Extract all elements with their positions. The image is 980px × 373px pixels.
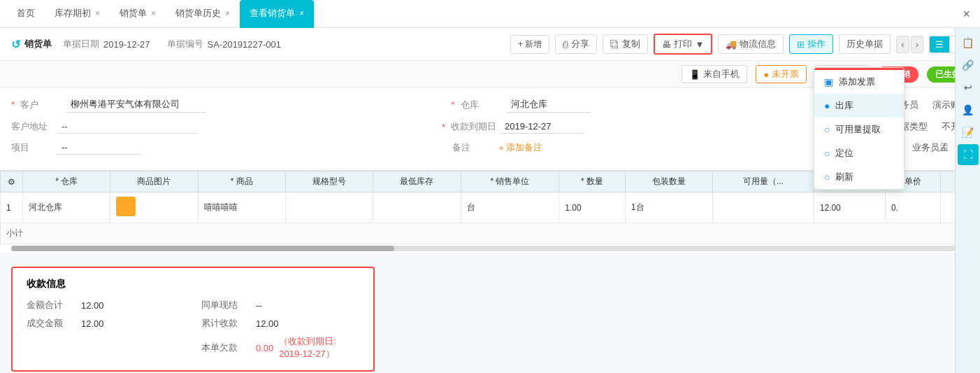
print-icon: 🖶 — [662, 39, 671, 50]
row-product: 嘻嘻嘻嘻 — [198, 192, 285, 223]
row-warehouse: 河北仓库 — [23, 192, 110, 223]
plus-icon: + — [498, 143, 504, 153]
row-stock: 12.00 — [814, 192, 885, 223]
customer-value[interactable]: 柳州粤港平安气体有限公司 — [66, 97, 206, 113]
sidebar-user-icon[interactable]: 👤 — [958, 99, 979, 120]
logistics-button[interactable]: 🚚 物流信息 — [718, 34, 784, 54]
refresh-icon: ○ — [824, 171, 830, 183]
from-phone-button[interactable]: 📱 来自手机 — [682, 65, 747, 83]
table-col-img: 商品图片 — [110, 171, 198, 192]
close-tab-view-sales[interactable]: × — [299, 8, 304, 18]
copy-icon: ⿻ — [610, 39, 619, 50]
subtotal-label: 小计 — [1, 223, 980, 244]
close-tab-history[interactable]: × — [225, 8, 230, 18]
sidebar-expand-icon[interactable]: ⛶ — [958, 144, 979, 165]
deal-amount-row: 成交金额 12.00 — [27, 317, 185, 330]
doc-actions-area: + 新增 ⎙ 分享 ⿻ 复制 🖶 打印 ▼ 🚚 物流信息 ⊞ 操作 历史单据 — [510, 34, 969, 55]
truck-icon: 🚚 — [726, 39, 737, 50]
table-row: 1 河北仓库 嘻嘻嘻嘻 台 1.00 1台 12.00 0. — [1, 192, 980, 223]
tab-bar: 首页 库存期初 × 销货单 × 销货单历史 × 查看销货单 × × — [0, 0, 980, 28]
payment-grid: 金额合计 12.00 同单现结 -- 成交金额 12.00 累计收款 12.00… — [27, 299, 359, 360]
doc-meta-area: 单据日期 2019-12-27 单据编号 SA-20191227-001 — [63, 38, 499, 50]
horizontal-scrollbar[interactable] — [11, 246, 969, 251]
phone-icon: 📱 — [689, 69, 700, 80]
sidebar-doc-icon[interactable]: 📋 — [958, 32, 979, 53]
prev-button[interactable]: ‹ — [896, 36, 909, 53]
print-button[interactable]: 🖶 打印 ▼ — [655, 35, 711, 53]
new-button[interactable]: + 新增 — [510, 35, 549, 54]
tab-sales-order[interactable]: 销货单 × — [110, 0, 166, 28]
doc-header: ↺ 销货单 单据日期 2019-12-27 单据编号 SA-20191227-0… — [0, 28, 980, 61]
refresh-item[interactable]: ○ 刷新 — [814, 165, 904, 189]
doc-no-field: 单据编号 SA-20191227-001 — [167, 38, 282, 50]
warehouse-value[interactable]: 河北仓库 — [507, 97, 591, 113]
row-no: 1 — [1, 192, 23, 223]
locate-item[interactable]: ○ 定位 — [814, 141, 904, 165]
tab-home[interactable]: 首页 — [7, 0, 45, 28]
amount-total-value: 12.00 — [81, 300, 104, 311]
payment-title: 收款信息 — [27, 278, 359, 290]
close-tab-inventory[interactable]: × — [95, 8, 100, 18]
row-price: 0. — [885, 192, 940, 223]
cumulative-value: 12.00 — [256, 318, 279, 329]
invoice-icon: ▣ — [824, 76, 833, 87]
deal-amount-value: 12.00 — [81, 318, 104, 329]
operations-button[interactable]: ⊞ 操作 — [789, 34, 833, 54]
sidebar-note-icon[interactable]: 📝 — [958, 122, 979, 143]
tab-sales-history[interactable]: 销货单历史 × — [166, 0, 240, 28]
table-col-available: 可用量（... — [713, 171, 814, 192]
doc-date-field: 单据日期 2019-12-27 — [63, 38, 150, 50]
print-highlight-box: 🖶 打印 ▼ — [654, 34, 712, 55]
due-date-field: * 收款到期日 2019-12-27 — [442, 120, 872, 134]
same-order-row: 同单现结 -- — [201, 299, 359, 311]
ticket-icon: ● — [763, 69, 769, 80]
table-col-qty: * 数量 — [559, 171, 626, 192]
scrollbar-thumb[interactable] — [11, 246, 394, 251]
project-value: -- — [57, 141, 141, 155]
tab-view-sales[interactable]: 查看销货单 × — [240, 0, 314, 28]
sidebar-back-icon[interactable]: ↩ — [958, 77, 979, 98]
table-col-warehouse: * 仓库 — [23, 171, 110, 192]
copy-button[interactable]: ⿻ 复制 — [603, 34, 648, 54]
table-col-min-stock: 最低库存 — [373, 171, 461, 192]
outbound-item[interactable]: ● 出库 — [814, 94, 904, 118]
customer-field: * 客户 柳州粤港平安气体有限公司 — [11, 97, 452, 113]
grid-icon: ⊞ — [797, 39, 805, 50]
row-img — [110, 192, 198, 223]
subtotal-row: 小计 — [1, 223, 980, 244]
address-field: 客户地址 -- — [11, 120, 442, 134]
history-button[interactable]: 历史单据 — [839, 34, 891, 54]
nav-arrows: ‹ › — [896, 36, 923, 53]
payment-info-box: 收款信息 金额合计 12.00 同单现结 -- 成交金额 12.00 累计收款 … — [11, 267, 375, 372]
product-image — [116, 197, 136, 216]
owed-value: 0.00 — [256, 343, 273, 353]
row-unit: 台 — [461, 192, 559, 223]
bottom-area: 收款信息 金额合计 12.00 同单现结 -- 成交金额 12.00 累计收款 … — [0, 253, 980, 373]
operations-dropdown: ▣ 添加发票 ● 出库 ○ 可用量提取 ○ 定位 ○ 刷新 — [814, 67, 905, 190]
next-button[interactable]: › — [911, 36, 923, 53]
row-available — [713, 192, 814, 223]
due-date-value[interactable]: 2019-12-27 — [500, 120, 584, 134]
tab-inventory-init[interactable]: 库存期初 × — [45, 0, 110, 28]
row-qty: 1.00 — [559, 192, 626, 223]
close-tab-sales[interactable]: × — [151, 8, 156, 18]
doc-icon: ↺ — [11, 38, 20, 51]
sidebar-link-icon[interactable]: 🔗 — [958, 55, 979, 76]
owed-row: 本单欠款 0.00 （收款到期日: 2019-12-27） — [201, 335, 359, 360]
cumulative-row: 累计收款 12.00 — [201, 317, 359, 330]
share-button[interactable]: ⎙ 分享 — [555, 34, 597, 54]
list-view-button[interactable]: ☰ — [930, 36, 949, 52]
address-value: -- — [57, 120, 197, 134]
add-invoice-item[interactable]: ▣ 添加发票 — [814, 70, 904, 94]
table-col-product: * 商品 — [198, 171, 285, 192]
amount-total-row: 金额合计 12.00 — [27, 299, 185, 311]
available-qty-item[interactable]: ○ 可用量提取 — [814, 118, 904, 141]
window-close-button[interactable]: × — [963, 7, 970, 22]
row-pack: 1台 — [625, 192, 712, 223]
table-col-unit: * 销售单位 — [461, 171, 559, 192]
doc-date-value: 2019-12-27 — [103, 39, 150, 50]
same-order-value: -- — [256, 300, 262, 311]
table-col-gear[interactable]: ⚙ — [1, 171, 23, 192]
not-open-button[interactable]: ● 未开票 — [756, 65, 807, 83]
add-note-button[interactable]: + 添加备注 — [498, 141, 542, 154]
